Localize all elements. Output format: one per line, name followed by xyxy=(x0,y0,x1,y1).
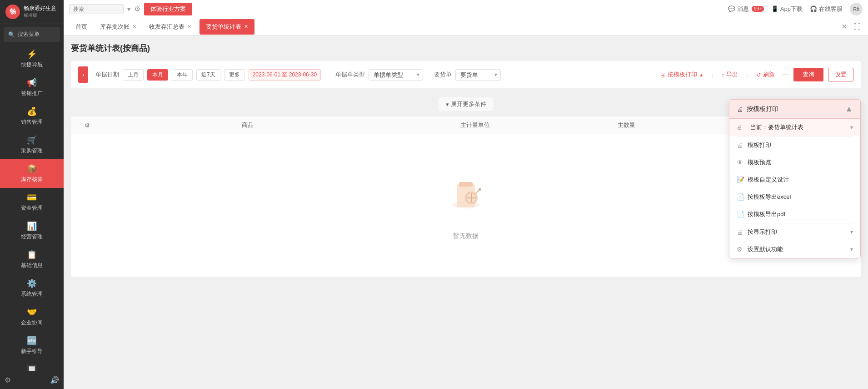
svg-rect-2 xyxy=(459,182,473,187)
tab-order-summary[interactable]: 要货单统计表 ✕ xyxy=(200,19,254,35)
user-avatar[interactable]: Rit xyxy=(850,3,863,15)
search-menu-item[interactable]: 🔍 搜索菜单 xyxy=(4,27,60,42)
set-default-icon: ⚙ xyxy=(737,246,743,253)
sidebar-item-quick-nav[interactable]: ⚡ 快捷导航 xyxy=(0,45,64,73)
current-template-item[interactable]: 🖨 当前：要货单统计表 ▾ xyxy=(729,119,860,136)
export-pdf-label: 按模板导出pdf xyxy=(748,210,785,218)
col-settings-icon: ⚙ xyxy=(85,122,90,129)
sidebar-item-cooperation[interactable]: 🤝 企业协同 xyxy=(0,303,64,331)
template-preview-item[interactable]: 👁 模板预览 xyxy=(729,154,860,171)
cooperation-icon: 🤝 xyxy=(27,307,37,317)
app-download-item[interactable]: 📱 App下载 xyxy=(771,5,803,13)
display-print-item[interactable]: 🖨 按显示打印 ▾ xyxy=(729,223,860,241)
sidebar-item-system[interactable]: ⚙️ 系统管理 xyxy=(0,274,64,303)
col-settings[interactable]: ⚙ xyxy=(78,122,96,129)
refresh-button[interactable]: ↺ 刷新 xyxy=(753,69,778,81)
query-button[interactable]: 查询 xyxy=(793,68,823,81)
sales-label: 销售管理 xyxy=(21,118,43,126)
date-btn-this-month[interactable]: 本月 xyxy=(147,69,168,81)
goods-select-wrapper: 要货单 ▾ xyxy=(455,69,501,81)
tab-bar: 首页 库存批次账 ✕ 收发存汇总表 ✕ 要货单统计表 ✕ ✕ ⛶ xyxy=(64,18,868,35)
date-btn-more[interactable]: 更多 xyxy=(224,69,245,81)
print-icon: 🖨 xyxy=(660,71,666,78)
sidebar-bottom: ⚙ 🔊 xyxy=(0,371,64,389)
print-dropdown-close-icon[interactable]: ▲ xyxy=(845,104,853,114)
set-default-item[interactable]: ⚙ 设置默认功能 ▾ xyxy=(729,241,860,258)
topbar-search-input[interactable] xyxy=(69,4,124,14)
date-btn-this-year[interactable]: 本年 xyxy=(172,69,193,81)
cooperation-label: 企业协同 xyxy=(21,319,43,327)
main-content: ▾ ⚙ 体验行业方案 💬 消息 99+ 📱 App下载 🎧 在线客服 Rit xyxy=(64,0,868,389)
inventory-label: 库存核算 xyxy=(21,176,43,183)
current-template-label: 当前：要货单统计表 xyxy=(750,123,803,131)
date-filter-label: 单据日期 xyxy=(95,71,119,79)
template-preview-label: 模板预览 xyxy=(748,158,771,167)
search-icon: 🔍 xyxy=(8,31,15,38)
date-btn-last-month[interactable]: 上月 xyxy=(123,69,144,81)
tab-batch-close[interactable]: ✕ xyxy=(132,24,136,30)
quick-nav-label: 快捷导航 xyxy=(21,61,43,69)
topbar-dropdown-icon[interactable]: ▾ xyxy=(127,5,130,13)
print-dropdown-icon: 🖨 xyxy=(737,106,743,113)
template-preview-icon: 👁 xyxy=(737,159,743,166)
tab-batch-account[interactable]: 库存批次账 ✕ xyxy=(94,19,143,35)
sidebar-item-sales[interactable]: 💰 销售管理 xyxy=(0,102,64,131)
expand-more-button[interactable]: ▾ 展开更多条件 xyxy=(439,97,494,111)
goods-filter-section: 要货单 要货单 ▾ xyxy=(434,69,501,81)
basic-label: 基础信息 xyxy=(21,262,43,269)
marketing-icon: 📢 xyxy=(27,78,37,88)
empty-text: 暂无数据 xyxy=(453,232,479,240)
page-content: 要货单统计表(按商品) › 单据日期 上月 本月 本年 近7天 更多 2023-… xyxy=(64,35,868,389)
expand-tab-button[interactable]: ⛶ xyxy=(852,20,863,33)
message-item[interactable]: 💬 消息 99+ xyxy=(728,5,764,13)
close-tab-button[interactable]: ✕ xyxy=(839,20,849,33)
goods-select[interactable]: 要货单 xyxy=(455,69,501,81)
type-filter-section: 单据单类型 单据单类型 ▾ xyxy=(335,69,423,81)
sidebar-item-inventory[interactable]: 📦 库存核算 xyxy=(0,159,64,188)
sidebar: 畅 畅康通好生意 标准版 🔍 搜索菜单 ⚡ 快捷导航 📢 营销推广 💰 销售管理… xyxy=(0,0,64,389)
settings-button[interactable]: 设置 xyxy=(828,68,853,81)
online-service-label: 在线客服 xyxy=(819,5,843,13)
print-template-button[interactable]: 🖨 按模板打印 ▲ xyxy=(656,69,707,81)
template-print-item[interactable]: 🖨 模板打印 xyxy=(729,136,860,154)
refresh-icon: ↺ xyxy=(756,71,761,78)
tab-order-close[interactable]: ✕ xyxy=(244,24,248,30)
sidebar-item-guide[interactable]: 🆕 新手引导 xyxy=(0,331,64,360)
industry-solution-button[interactable]: 体验行业方案 xyxy=(144,3,192,15)
goods-filter-label: 要货单 xyxy=(434,71,452,79)
quick-nav-icon: ⚡ xyxy=(27,49,37,59)
current-template-icon: 🖨 xyxy=(737,124,742,131)
more-options-icon[interactable]: ··· xyxy=(783,71,789,79)
tab-collection-summary[interactable]: 收发存汇总表 ✕ xyxy=(143,19,198,35)
sidebar-item-app-center[interactable]: 🔲 应用中心 xyxy=(0,360,64,371)
export-excel-label: 按模板导出excel xyxy=(748,193,791,201)
date-btn-7days[interactable]: 近7天 xyxy=(196,69,220,81)
type-filter-label: 单据单类型 xyxy=(335,71,365,79)
sidebar-item-finance[interactable]: 💳 资金管理 xyxy=(0,188,64,217)
search-menu-label: 搜索菜单 xyxy=(18,30,40,38)
filter-bar: › 单据日期 上月 本月 本年 近7天 更多 2023-06-01 至 2023… xyxy=(71,61,861,88)
volume-bottom-icon[interactable]: 🔊 xyxy=(50,376,59,384)
sidebar-item-operations[interactable]: 📊 经营管理 xyxy=(0,217,64,245)
filter-expand-arrow[interactable]: › xyxy=(78,66,88,83)
message-badge: 99+ xyxy=(752,6,764,12)
topbar-gear-icon[interactable]: ⚙ xyxy=(134,5,140,13)
settings-bottom-icon[interactable]: ⚙ xyxy=(5,376,11,384)
sidebar-item-marketing[interactable]: 📢 营销推广 xyxy=(0,73,64,102)
col-quantity-label: 主数量 xyxy=(618,121,635,128)
export-pdf-icon: 📄 xyxy=(737,211,744,218)
type-select[interactable]: 单据单类型 xyxy=(369,69,423,81)
template-design-item[interactable]: 📝 模板自定义设计 xyxy=(729,171,860,188)
sidebar-item-basic[interactable]: 📋 基础信息 xyxy=(0,245,64,274)
tab-collection-close[interactable]: ✕ xyxy=(187,24,191,30)
purchase-icon: 🛒 xyxy=(27,135,37,145)
tabs-actions: ✕ ⛶ xyxy=(839,20,863,33)
export-button[interactable]: ↑ 导出 xyxy=(718,69,742,81)
sidebar-item-purchase[interactable]: 🛒 采购管理 xyxy=(0,131,64,159)
online-service-item[interactable]: 🎧 在线客服 xyxy=(810,5,843,13)
action-buttons: 🖨 按模板打印 ▲ | ↑ 导出 | ↺ 刷新 ··· 查询 设置 xyxy=(656,68,853,81)
tab-home[interactable]: 首页 xyxy=(69,19,94,35)
export-excel-item[interactable]: 📄 按模板导出excel xyxy=(729,188,860,206)
print-dropdown-header: 🖨 按模板打印 ▲ xyxy=(729,100,860,119)
export-pdf-item[interactable]: 📄 按模板导出pdf xyxy=(729,206,860,223)
